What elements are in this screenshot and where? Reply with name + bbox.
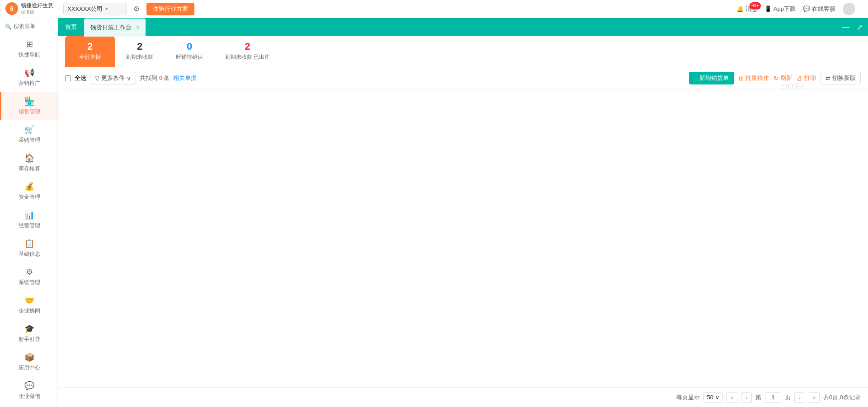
toolbar-left: 全选 ▽ 更多条件 ∨ 共找到 0 条 相关单据 bbox=[65, 72, 684, 84]
sidebar-label-marketing: 营销推广 bbox=[19, 80, 40, 87]
filter-button[interactable]: ▽ 更多条件 ∨ bbox=[90, 72, 136, 84]
sidebar-item-search[interactable]: 🔍 搜索菜单 bbox=[0, 18, 57, 35]
bell-icon: 🔔 bbox=[736, 5, 744, 12]
stat-tab-overdue-shipped[interactable]: 2 到期未收款 已出库 bbox=[214, 36, 281, 67]
sidebar-label-wechat: 企业微信 bbox=[19, 393, 40, 400]
tab-bar-actions: — ⤢ bbox=[840, 21, 868, 33]
sidebar-item-sales[interactable]: 🏪 销售管理 bbox=[0, 92, 57, 120]
sidebar-label-purchase: 采购管理 bbox=[19, 136, 40, 144]
avatar[interactable] bbox=[843, 3, 855, 15]
sidebar-item-quick-nav[interactable]: ⊞ 快捷导航 bbox=[0, 35, 57, 63]
select-all-label: 全选 bbox=[75, 74, 86, 82]
found-unit: 条 bbox=[164, 75, 170, 81]
stat-label-overdue-shipped: 到期未收款 已出库 bbox=[225, 53, 270, 61]
main-layout: 🔍 搜索菜单 ⊞ 快捷导航 📢 营销推广 🏪 销售管理 🛒 采购管理 🏠 库存核… bbox=[0, 18, 868, 407]
filter-label: 更多条件 bbox=[101, 74, 125, 82]
megaphone-icon: 📢 bbox=[24, 68, 34, 78]
next-page-button[interactable]: › bbox=[794, 392, 805, 403]
batch-operation-button[interactable]: ⊞ 批量操作 bbox=[739, 74, 769, 82]
stat-tab-pending[interactable]: 0 旺辅待确认 bbox=[165, 36, 214, 67]
toolbar-right: + 新增销货单 ⊞ 批量操作 ↻ 刷新 🖨 打印 ⇄ bbox=[689, 72, 861, 84]
tab-maximize-icon[interactable]: ⤢ bbox=[855, 21, 864, 33]
page-word-prefix: 第 bbox=[755, 393, 761, 402]
app-download-button[interactable]: 📱 App下载 bbox=[764, 5, 796, 13]
sidebar-label-operations: 经营管理 bbox=[19, 222, 40, 229]
print-button[interactable]: 🖨 打印 bbox=[797, 74, 816, 82]
found-link[interactable]: 相关单据 bbox=[173, 74, 197, 82]
sidebar-item-system[interactable]: ⚙ 系统管理 bbox=[0, 262, 57, 291]
sidebar-label-basic-info: 基础信息 bbox=[19, 250, 40, 258]
system-icon: ⚙ bbox=[26, 267, 33, 277]
tab-close-icon[interactable]: × bbox=[136, 24, 139, 31]
stat-num-overdue-shipped: 2 bbox=[245, 41, 250, 52]
trial-button[interactable]: 体验行业方案 bbox=[146, 3, 194, 15]
switch-label: 切换新版 bbox=[832, 74, 856, 82]
switch-version-button[interactable]: ⇄ 切换新版 bbox=[821, 72, 861, 84]
online-service-button[interactable]: 💬 在线客服 bbox=[803, 5, 835, 13]
sidebar: 🔍 搜索菜单 ⊞ 快捷导航 📢 营销推广 🏪 销售管理 🛒 采购管理 🏠 库存核… bbox=[0, 18, 58, 407]
stat-num-overdue: 2 bbox=[137, 41, 142, 52]
sidebar-item-warehouse[interactable]: 🏠 库存核算 bbox=[0, 149, 57, 177]
stat-label-pending: 旺辅待确认 bbox=[176, 53, 203, 61]
sidebar-item-operations[interactable]: 📊 经营管理 bbox=[0, 206, 57, 234]
warehouse-icon: 🏠 bbox=[24, 153, 34, 163]
shop-icon: 🏪 bbox=[24, 96, 34, 106]
prev-page-button[interactable]: ‹ bbox=[741, 392, 752, 403]
last-page-button[interactable]: » bbox=[809, 392, 820, 403]
found-text: 共找到 0 条 bbox=[140, 74, 170, 82]
sidebar-item-enterprise[interactable]: 🤝 企业协同 bbox=[0, 291, 57, 319]
first-page-button[interactable]: « bbox=[726, 392, 737, 403]
sidebar-item-guide[interactable]: 🎓 新手引导 bbox=[0, 319, 57, 348]
right-content: 首页 钱货日清工作台 × — ⤢ 2 全部单据 2 到期未收款 bbox=[58, 18, 868, 407]
sidebar-label-app-center: 应用中心 bbox=[19, 364, 40, 372]
refresh-icon: ↻ bbox=[774, 75, 778, 82]
logo-text: 畅捷通好生意 bbox=[21, 2, 53, 9]
stat-tab-overdue[interactable]: 2 到期未收款 bbox=[115, 36, 165, 67]
tab-home[interactable]: 首页 bbox=[58, 18, 84, 36]
content-area: 2 全部单据 2 到期未收款 0 旺辅待确认 2 到期未收款 已出库 bbox=[58, 36, 868, 407]
sidebar-label-finance: 资金管理 bbox=[19, 193, 40, 201]
app-download-label: App下载 bbox=[774, 5, 796, 13]
stat-label-all: 全部单据 bbox=[79, 53, 101, 61]
finance-icon: 💰 bbox=[24, 182, 34, 192]
stats-tabs: 2 全部单据 2 到期未收款 0 旺辅待确认 2 到期未收款 已出库 bbox=[58, 36, 868, 67]
tab-minimize-icon[interactable]: — bbox=[840, 21, 851, 33]
add-sales-order-button[interactable]: + 新增销货单 bbox=[689, 72, 734, 84]
info-icon: 📋 bbox=[24, 239, 34, 248]
page-size-value: 50 bbox=[707, 394, 713, 401]
sidebar-label-guide: 新手引导 bbox=[19, 336, 40, 343]
tab-workbench[interactable]: 钱货日清工作台 × bbox=[84, 19, 146, 37]
top-header: 6 畅捷通好生意 标准版 XXXXXX公司 ▼ ⚙ 体验行业方案 🔔 消息 99… bbox=[0, 0, 868, 18]
found-prefix: 共找到 bbox=[140, 75, 157, 81]
service-icon: 💬 bbox=[803, 5, 810, 12]
chevron-down-icon: ∨ bbox=[127, 75, 131, 82]
select-all-checkbox[interactable] bbox=[65, 75, 71, 81]
settings-icon[interactable]: ⚙ bbox=[130, 3, 143, 15]
sidebar-label-warehouse: 库存核算 bbox=[19, 165, 40, 173]
pagination-bar: 每页显示 50 ∨ « ‹ 第 页 › » 共0页,0条记录 bbox=[58, 387, 868, 407]
company-selector[interactable]: XXXXXX公司 ▼ bbox=[63, 3, 127, 15]
current-page-input[interactable] bbox=[765, 392, 781, 403]
logo-icon: 6 bbox=[5, 2, 18, 15]
wechat-icon: 💬 bbox=[24, 381, 34, 391]
page-size-select[interactable]: 50 ∨ bbox=[703, 392, 722, 402]
app-center-icon: 📦 bbox=[24, 352, 34, 362]
sidebar-item-finance[interactable]: 💰 资金管理 bbox=[0, 177, 57, 206]
enterprise-icon: 🤝 bbox=[24, 295, 34, 305]
messages-button[interactable]: 🔔 消息 99+ bbox=[736, 5, 757, 13]
print-label: 打印 bbox=[804, 74, 816, 82]
online-service-label: 在线客服 bbox=[812, 5, 835, 13]
sidebar-item-marketing[interactable]: 📢 营销推广 bbox=[0, 63, 57, 92]
refresh-button[interactable]: ↻ 刷新 bbox=[774, 74, 792, 82]
stat-label-overdue: 到期未收款 bbox=[126, 53, 153, 61]
sidebar-label-system: 系统管理 bbox=[19, 279, 40, 286]
guide-icon: 🎓 bbox=[24, 324, 34, 334]
sidebar-item-purchase[interactable]: 🛒 采购管理 bbox=[0, 120, 57, 149]
stat-tab-all[interactable]: 2 全部单据 bbox=[65, 36, 115, 67]
sidebar-item-basic-info[interactable]: 📋 基础信息 bbox=[0, 234, 57, 262]
toolbar: 全选 ▽ 更多条件 ∨ 共找到 0 条 相关单据 + 新增销货单 bbox=[58, 67, 868, 89]
sidebar-item-app-center[interactable]: 📦 应用中心 bbox=[0, 348, 57, 376]
sidebar-item-member[interactable]: V 畅会员 bbox=[0, 405, 57, 407]
printer-icon: 🖨 bbox=[797, 75, 802, 82]
sidebar-item-wechat[interactable]: 💬 企业微信 bbox=[0, 376, 57, 405]
